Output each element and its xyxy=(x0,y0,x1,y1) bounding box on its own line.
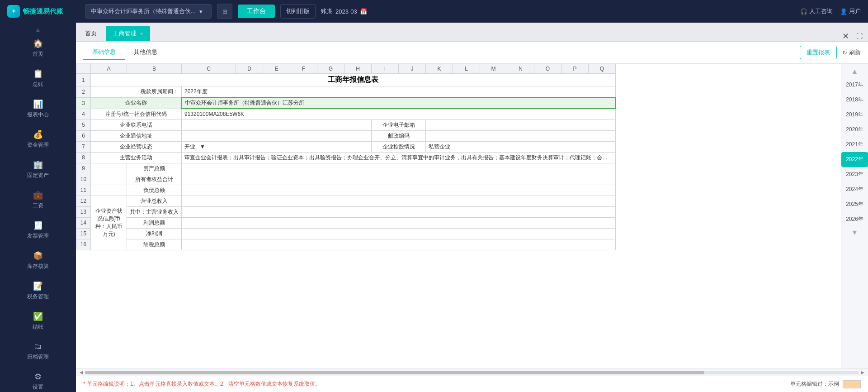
liabilities-label: 负债总额 xyxy=(127,185,182,196)
year-nav-up[interactable]: ▲ xyxy=(849,66,860,77)
owners-equity-value[interactable] xyxy=(182,174,616,185)
year-2020[interactable]: 2020年 xyxy=(841,122,868,137)
col-header-c: C xyxy=(182,64,236,74)
scroll-thumb[interactable] xyxy=(85,371,704,374)
biz-activity-value[interactable]: 审查企业会计报表；出具审计报告；验证企业资本；出具验资报告；办理企业合开、分立、… xyxy=(182,152,616,163)
year-2024[interactable]: 2024年 xyxy=(841,182,868,197)
biz-status-value[interactable]: 开业 ▼ xyxy=(182,141,372,152)
workbench-button[interactable]: 工作台 xyxy=(238,5,275,18)
reg-code-value[interactable]: 91320100MA208E5W6K xyxy=(182,109,616,120)
row-num-14: 14 xyxy=(76,217,91,228)
reset-report-button[interactable]: 重置报表 xyxy=(800,46,837,59)
sidebar-label-assets: 固定资产 xyxy=(27,172,49,179)
gear-icon: ⚙ xyxy=(34,372,42,382)
switch-old-button[interactable]: 切到旧版 xyxy=(280,4,316,19)
sidebar-item-settings[interactable]: ⚙ 设置 xyxy=(0,366,76,392)
postal-value[interactable] xyxy=(426,130,616,141)
bottom-bar: * 单元格编辑说明：1、点击单元格直接录入数值或文本。2、清空单元格数值或文本恢… xyxy=(76,376,868,392)
address-value[interactable] xyxy=(182,130,372,141)
reports-icon: 📊 xyxy=(33,99,43,109)
phone-value[interactable] xyxy=(182,120,372,130)
sidebar-scroll-up[interactable]: ▲ xyxy=(0,26,76,33)
col-header-j: J xyxy=(399,64,426,74)
year-2023[interactable]: 2023年 xyxy=(841,167,868,182)
tab-close-button[interactable]: × xyxy=(140,31,143,36)
sidebar-item-assets[interactable]: 🏢 固定资产 xyxy=(0,154,76,185)
close-window-icon[interactable]: ✕ xyxy=(842,31,849,41)
user-avatar[interactable]: 👤 用户 xyxy=(840,7,861,15)
year-2019[interactable]: 2019年 xyxy=(841,107,868,122)
cell-edit-label: 单元格编辑过：示例 xyxy=(790,380,839,388)
company-name: 中审众环会计师事务所（特殊普通合伙... xyxy=(91,7,196,15)
tab-other-info[interactable]: 其他信息 xyxy=(125,45,166,60)
total-revenue-label: 营业总收入 xyxy=(127,196,182,206)
email-value[interactable] xyxy=(426,120,616,130)
year-nav-down[interactable]: ▼ xyxy=(849,227,860,239)
total-assets-value[interactable] xyxy=(182,163,616,174)
year-2018[interactable]: 2018年 xyxy=(841,92,868,107)
table-row: 7 企业经营状态 开业 ▼ 企业控股情况 私营企业 xyxy=(76,141,616,152)
row-num-4: 4 xyxy=(76,109,91,120)
year-2025[interactable]: 2025年 xyxy=(841,197,868,212)
scroll-right-arrow[interactable]: ▶ xyxy=(859,370,866,375)
tab-active[interactable]: 工商管理 × xyxy=(106,26,150,41)
main-revenue-value[interactable] xyxy=(182,206,616,217)
tab-home[interactable]: 首页 xyxy=(76,26,106,41)
sidebar-item-close[interactable]: ✅ 结账 xyxy=(0,306,76,336)
sidebar-item-invoice[interactable]: 🧾 发票管理 xyxy=(0,215,76,245)
total-revenue-value[interactable] xyxy=(182,196,616,206)
company-icon-button[interactable]: ⊞ xyxy=(217,4,232,19)
equity-value[interactable]: 私营企业 xyxy=(426,141,616,152)
sidebar-item-inventory[interactable]: 📦 库存核算 xyxy=(0,245,76,276)
sidebar-item-salary[interactable]: 💼 工资 xyxy=(0,185,76,215)
year-2021[interactable]: 2021年 xyxy=(841,137,868,152)
sidebar-item-reports[interactable]: 📊 报表中心 xyxy=(0,94,76,124)
period-value: 2023-03 xyxy=(335,8,357,15)
table-row: 14 利润总额 xyxy=(76,217,616,228)
sidebar-item-home[interactable]: 🏠 首页 xyxy=(0,33,76,63)
spreadsheet-container[interactable]: A B C D E F G H I J K L M xyxy=(76,64,841,368)
expand-window-icon[interactable]: ⛶ xyxy=(856,33,863,40)
table-row: 8 主营业务活动 审查企业会计报表；出具审计报告；验证企业资本；出具验资报告；办… xyxy=(76,152,616,163)
row-num-2: 2 xyxy=(76,86,91,98)
window-controls: ✕ ⛶ xyxy=(837,31,868,41)
table-row: 12 企业资产状况信息(币种：人民币万元) 营业总收入 xyxy=(76,196,616,206)
liabilities-value[interactable] xyxy=(182,185,616,196)
period-label: 账期 xyxy=(321,7,333,15)
archive-icon: 🗂 xyxy=(34,342,42,351)
owners-equity-label: 所有者权益合计 xyxy=(127,174,182,185)
sidebar-item-finance[interactable]: 💰 资金管理 xyxy=(0,124,76,154)
sub-tabs: 基础信息 其他信息 xyxy=(83,45,166,60)
period-info: 账期 2023-03 📅 xyxy=(321,7,367,15)
sidebar-item-archive[interactable]: 🗂 归档管理 xyxy=(0,336,76,366)
postal-label: 邮政编码 xyxy=(372,130,426,141)
calendar-icon[interactable]: 📅 xyxy=(360,8,367,15)
assets-icon: 🏢 xyxy=(33,160,43,170)
company-selector[interactable]: 中审众环会计师事务所（特殊普通合伙... ▾ xyxy=(85,4,212,19)
liab-empty xyxy=(91,185,127,196)
tab-basic-info[interactable]: 基础信息 xyxy=(83,45,125,60)
net-profit-value[interactable] xyxy=(182,228,616,239)
sidebar: ▲ 🏠 首页 📋 总账 📊 报表中心 💰 资金管理 🏢 固定资产 💼 工资 🧾 … xyxy=(0,23,76,392)
horizontal-scrollbar[interactable]: ◀ ▶ xyxy=(76,368,868,376)
refresh-button[interactable]: ↻ 刷新 xyxy=(842,48,861,57)
human-consult[interactable]: 🎧 人工咨询 xyxy=(800,7,833,15)
year-2017[interactable]: 2017年 xyxy=(841,77,868,92)
sidebar-item-ledger[interactable]: 📋 总账 xyxy=(0,63,76,94)
col-header-f: F xyxy=(290,64,317,74)
total-tax-value[interactable] xyxy=(182,239,616,250)
year-sidebar: ▲ 2017年 2018年 2019年 2020年 2021年 2022年 20… xyxy=(841,64,868,368)
home-icon: 🏠 xyxy=(33,38,43,48)
toolbar: 基础信息 其他信息 重置报表 ↻ 刷新 xyxy=(76,42,868,64)
tax-period-value[interactable]: 2022年度 xyxy=(182,86,616,98)
total-profit-value[interactable] xyxy=(182,217,616,228)
scroll-track[interactable] xyxy=(85,371,859,374)
year-2022[interactable]: 2022年 xyxy=(841,152,868,167)
logo-icon: ✦ xyxy=(7,5,20,18)
chevron-down-icon: ▾ xyxy=(199,8,203,15)
year-2026[interactable]: 2026年 xyxy=(841,212,868,227)
col-header-o: O xyxy=(534,64,561,74)
company-name-value[interactable]: 中审众环会计师事务所（特殊普通合伙）江苏分所 xyxy=(182,97,616,109)
sidebar-item-tax[interactable]: 📝 税务管理 xyxy=(0,276,76,306)
scroll-left-arrow[interactable]: ◀ xyxy=(78,370,85,375)
